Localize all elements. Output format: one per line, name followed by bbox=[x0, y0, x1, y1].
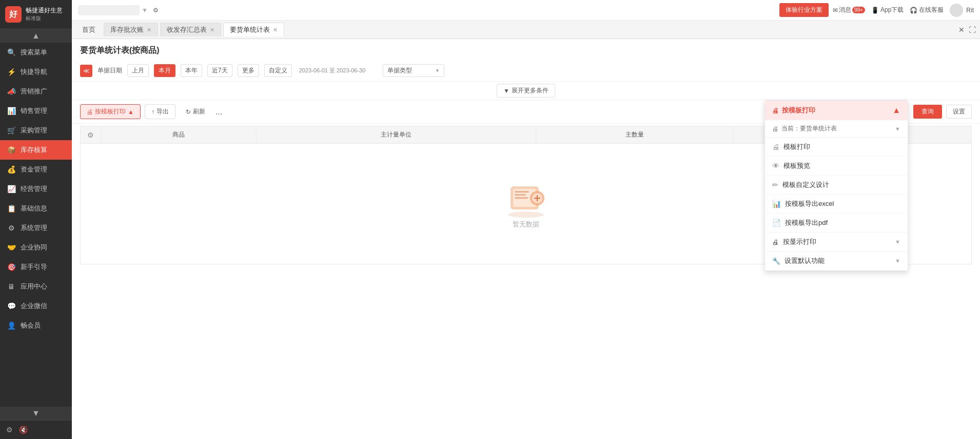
breadcrumb-input[interactable] bbox=[78, 5, 140, 15]
marketing-icon: 📣 bbox=[6, 87, 16, 96]
enterprise-icon: 🤝 bbox=[6, 243, 16, 252]
tab-batch-close[interactable]: ✕ bbox=[147, 27, 151, 33]
dropdown-item-display-print[interactable]: 🖨 按显示打印 ▼ bbox=[765, 233, 908, 252]
svg-rect-7 bbox=[515, 191, 529, 193]
sidebar-bottom: ⚙ 🔇 bbox=[0, 420, 72, 439]
sidebar-item-newbie[interactable]: 🎯 新手引导 bbox=[0, 257, 72, 277]
sidebar-item-system[interactable]: ⚙ 系统管理 bbox=[0, 218, 72, 238]
newbie-icon: 🎯 bbox=[6, 263, 16, 271]
sidebar-item-shortcut[interactable]: ⚡ 快捷导航 bbox=[0, 62, 72, 82]
dropdown-collapse-icon[interactable]: ▲ bbox=[892, 106, 900, 115]
date-btn-7days[interactable]: 近7天 bbox=[207, 64, 232, 77]
col-product: 商品 bbox=[101, 126, 257, 144]
date-btn-custom[interactable]: 自定义 bbox=[264, 64, 292, 77]
tab-batch[interactable]: 库存批次账 ✕ bbox=[104, 23, 158, 36]
sidebar-item-label: 企业微信 bbox=[21, 301, 47, 311]
sidebar-item-label: 搜索菜单 bbox=[21, 48, 47, 57]
sidebar-item-enterprise[interactable]: 🤝 企业协同 bbox=[0, 238, 72, 257]
sidebar-item-label: 采购管理 bbox=[21, 126, 47, 135]
dropdown-print-icon: 🖨 bbox=[772, 107, 779, 114]
window-maximize-icon[interactable]: ⛶ bbox=[969, 26, 976, 34]
template-design-icon: ✏ bbox=[772, 181, 778, 189]
export-button[interactable]: ↑ 导出 bbox=[145, 104, 175, 119]
tab-receipt-label: 收发存汇总表 bbox=[167, 25, 207, 34]
expand-more-button[interactable]: ▼ 展开更多条件 bbox=[497, 84, 555, 98]
svg-rect-8 bbox=[515, 194, 526, 196]
breadcrumb-dropdown-icon[interactable]: ▼ bbox=[142, 7, 148, 14]
sidebar-item-inventory[interactable]: 📦 库存核算 bbox=[0, 140, 72, 160]
sidebar-scroll-down[interactable]: ▼ bbox=[0, 407, 72, 420]
sidebar-item-label: 企业协同 bbox=[21, 243, 47, 252]
dropdown-item-default-func[interactable]: 🔧 设置默认功能 ▼ bbox=[765, 252, 908, 271]
operation-icon: 📈 bbox=[6, 185, 16, 193]
settings-button[interactable]: 设置 bbox=[946, 105, 972, 119]
dropdown-item-template-design[interactable]: ✏ 模板自定义设计 bbox=[765, 176, 908, 195]
template-print-icon: 🖨 bbox=[772, 143, 779, 151]
message-icon: ✉ bbox=[833, 7, 838, 14]
settings-icon[interactable]: ⚙ bbox=[6, 426, 13, 434]
filter-expand-button[interactable]: ≪ bbox=[80, 65, 92, 77]
tab-home[interactable]: 首页 bbox=[76, 23, 102, 36]
trial-button[interactable]: 体验行业方案 bbox=[779, 3, 829, 17]
tab-receipt-close[interactable]: ✕ bbox=[210, 27, 214, 33]
app-download-area[interactable]: 📱 App下载 bbox=[871, 6, 904, 14]
export-excel-icon: 📊 bbox=[772, 200, 781, 208]
svg-rect-9 bbox=[515, 197, 528, 199]
table-settings-icon[interactable]: ⚙ bbox=[87, 131, 94, 139]
sidebar-item-label: 销售管理 bbox=[21, 106, 47, 116]
print-button[interactable]: 🖨 按模板打印 ▲ bbox=[80, 104, 141, 119]
page-title: 要货单统计表(按商品) bbox=[80, 46, 160, 54]
date-btn-more[interactable]: 更多 bbox=[238, 64, 259, 77]
dropdown-header[interactable]: 🖨 按模板打印 ▲ bbox=[765, 101, 908, 120]
sidebar-item-member[interactable]: 👤 畅会员 bbox=[0, 316, 72, 335]
user-area[interactable]: Rit bbox=[950, 4, 974, 17]
dropdown-item-export-excel[interactable]: 📊 按模板导出excel bbox=[765, 195, 908, 214]
query-button[interactable]: 查询 bbox=[913, 105, 942, 119]
sidebar-item-operation[interactable]: 📈 经营管理 bbox=[0, 179, 72, 199]
date-btn-last-month[interactable]: 上月 bbox=[127, 64, 149, 77]
sidebar-item-apps[interactable]: 🖥 应用中心 bbox=[0, 277, 72, 296]
tab-receipt[interactable]: 收发存汇总表 ✕ bbox=[160, 23, 221, 36]
dropdown-title: 按模板打印 bbox=[782, 106, 815, 115]
dropdown-item-template-preview[interactable]: 👁 模板预览 bbox=[765, 157, 908, 176]
dropdown-item-template-print[interactable]: 🖨 模板打印 bbox=[765, 138, 908, 157]
inventory-icon: 📦 bbox=[6, 146, 16, 154]
user-name: Rit bbox=[966, 7, 974, 14]
page-header: 要货单统计表(按商品) bbox=[72, 39, 980, 60]
type-select[interactable]: 单据类型 ▼ bbox=[383, 64, 444, 77]
settings-gear-icon[interactable]: ⚙ bbox=[153, 7, 159, 14]
date-btn-this-year[interactable]: 本年 bbox=[181, 64, 202, 77]
refresh-button[interactable]: ↻ 刷新 bbox=[180, 105, 211, 119]
export-icon: ↑ bbox=[151, 108, 154, 116]
search-icon: 🔍 bbox=[6, 48, 16, 56]
sidebar-item-finance[interactable]: 💰 资金管理 bbox=[0, 160, 72, 179]
member-icon: 👤 bbox=[6, 321, 16, 330]
sidebar-item-purchase[interactable]: 🛒 采购管理 bbox=[0, 121, 72, 140]
window-close-icon[interactable]: ✕ bbox=[958, 26, 965, 34]
sidebar-item-search[interactable]: 🔍 搜索菜单 bbox=[0, 43, 72, 62]
default-func-icon: 🔧 bbox=[772, 257, 780, 265]
app-download-label: App下载 bbox=[880, 6, 904, 14]
sidebar-item-label: 库存核算 bbox=[21, 145, 47, 155]
customer-service-area[interactable]: 🎧 在线客服 bbox=[910, 6, 944, 14]
more-button[interactable]: ... bbox=[215, 107, 222, 117]
empty-illustration bbox=[500, 179, 552, 220]
print-icon: 🖨 bbox=[87, 108, 93, 116]
sidebar-scroll-up[interactable]: ▲ bbox=[0, 29, 72, 43]
sidebar-item-label: 营销推广 bbox=[21, 87, 47, 96]
tab-home-label: 首页 bbox=[82, 25, 95, 34]
sidebar-item-marketing[interactable]: 📣 营销推广 bbox=[0, 82, 72, 101]
message-area[interactable]: ✉ 消息 99+ bbox=[833, 6, 865, 14]
sidebar-item-wechat[interactable]: 💬 企业微信 bbox=[0, 296, 72, 316]
dropdown-item-export-pdf[interactable]: 📄 按模板导出pdf bbox=[765, 214, 908, 233]
tab-batch-label: 库存批次账 bbox=[110, 25, 144, 34]
current-template-icon: 🖨 bbox=[772, 125, 778, 132]
tab-order-stat[interactable]: 要货单统计表 ✕ bbox=[223, 23, 284, 36]
sidebar-item-sales[interactable]: 📊 销售管理 bbox=[0, 101, 72, 121]
logo-icon: 好 bbox=[5, 6, 22, 23]
mute-icon[interactable]: 🔇 bbox=[19, 426, 28, 434]
apps-icon: 🖥 bbox=[6, 282, 16, 291]
sidebar-item-basic[interactable]: 📋 基础信息 bbox=[0, 199, 72, 218]
date-btn-this-month[interactable]: 本月 bbox=[154, 64, 175, 77]
tab-order-stat-close[interactable]: ✕ bbox=[273, 27, 278, 33]
